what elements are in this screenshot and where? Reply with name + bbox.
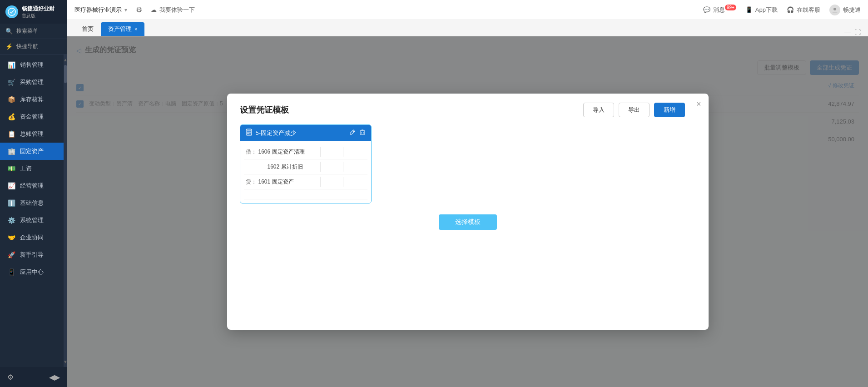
tab-minimize-icon[interactable]: — bbox=[844, 29, 851, 36]
company-settings-icon[interactable]: ⚙ bbox=[133, 4, 145, 16]
username-label: 畅捷通 bbox=[843, 6, 861, 14]
sidebar-item-label: 资金管理 bbox=[20, 113, 44, 121]
sidebar-item-label: 工资 bbox=[20, 164, 32, 173]
sidebar: 畅捷通好业财 普及版 🔍 搜索菜单 ⚡ 快捷导航 📊 销售管理 🛒 采购管理 📦… bbox=[0, 0, 67, 387]
enterprise-icon: 🤝 bbox=[7, 233, 15, 242]
import-button[interactable]: 导入 bbox=[583, 103, 614, 117]
purchase-icon: 🛒 bbox=[7, 78, 15, 86]
search-area[interactable]: 🔍 搜索菜单 bbox=[0, 24, 67, 39]
quick-nav-icon: ⚡ bbox=[5, 43, 13, 50]
sidebar-item-ledger[interactable]: 📋 总账管理 bbox=[0, 125, 64, 143]
quick-nav-label: 快捷导航 bbox=[16, 43, 38, 50]
headset-icon: 🎧 bbox=[787, 6, 794, 13]
app-edition: 普及版 bbox=[22, 13, 55, 19]
quick-nav-area[interactable]: ⚡ 快捷导航 bbox=[0, 39, 67, 55]
sidebar-item-label: 经营管理 bbox=[20, 182, 44, 190]
entry-type-3: 贷： bbox=[246, 178, 258, 186]
scroll-thumb[interactable] bbox=[64, 65, 67, 83]
notification-count: 99+ bbox=[725, 5, 736, 10]
tab-home[interactable]: 首页 bbox=[74, 22, 101, 36]
entry-credit-2 bbox=[343, 162, 366, 172]
sidebar-nav: 📊 销售管理 🛒 采购管理 📦 库存核算 💰 资金管理 📋 总账管理 🏢 bbox=[0, 55, 64, 367]
entry-debit-3 bbox=[320, 177, 343, 187]
user-avatar bbox=[829, 5, 840, 15]
sidebar-item-label: 库存核算 bbox=[20, 95, 44, 104]
tab-bar: 首页 资产管理 × — ⛶ bbox=[67, 20, 868, 36]
app-title: 畅捷通好业财 bbox=[22, 5, 55, 13]
customer-service-action[interactable]: 🎧 在线客服 bbox=[787, 6, 820, 14]
header-right: 💬 消息 99+ 📱 App下载 🎧 在线客服 畅捷通 bbox=[703, 5, 861, 15]
sidebar-item-guide[interactable]: 🚀 新手引导 bbox=[0, 246, 64, 263]
tab-close-icon[interactable]: × bbox=[134, 26, 137, 32]
settings-footer-icon[interactable]: ⚙ bbox=[7, 373, 14, 382]
system-icon: ⚙️ bbox=[7, 216, 15, 224]
modal-overlay: × 设置凭证模板 导入 导出 新增 bbox=[67, 36, 868, 387]
modal-close-btn[interactable]: × bbox=[696, 100, 701, 108]
sidebar-item-operations[interactable]: 📈 经营管理 bbox=[0, 177, 64, 194]
select-template-button[interactable]: 选择模板 bbox=[439, 214, 497, 230]
sidebar-item-finance[interactable]: 💰 资金管理 bbox=[0, 108, 64, 125]
svg-point-1 bbox=[833, 8, 836, 10]
template-card-body: 借： 1606 固定资产清理 1602 累计折旧 bbox=[240, 141, 371, 203]
app-download-action[interactable]: 📱 App下载 bbox=[745, 6, 778, 14]
app-download-label: App下载 bbox=[755, 6, 778, 14]
sidebar-item-fixed-assets[interactable]: 🏢 固定资产 bbox=[0, 143, 64, 160]
sidebar-item-label: 采购管理 bbox=[20, 78, 44, 86]
page-content: ◁ 生成的凭证预览 批量调整模板 全部生成凭证 ✓ ✓ bbox=[67, 36, 868, 387]
sidebar-item-label: 基础信息 bbox=[20, 199, 44, 207]
template-edit-icon[interactable] bbox=[349, 129, 356, 137]
sidebar-item-basics[interactable]: ℹ️ 基础信息 bbox=[0, 194, 64, 212]
sidebar-scrollbar[interactable]: ▲ ▼ bbox=[64, 55, 67, 367]
new-button[interactable]: 新增 bbox=[654, 103, 685, 117]
sidebar-item-label: 应用中心 bbox=[20, 268, 44, 276]
scroll-down-arrow[interactable]: ▼ bbox=[62, 358, 67, 365]
template-entry-2: 1602 累计折旧 bbox=[244, 159, 367, 174]
sidebar-item-apps[interactable]: 📱 应用中心 bbox=[0, 263, 64, 281]
sidebar-item-label: 总账管理 bbox=[20, 130, 44, 138]
sidebar-item-sales[interactable]: 📊 销售管理 bbox=[0, 56, 64, 74]
template-card-5: 5-固定资产减少 bbox=[240, 124, 372, 203]
tab-asset-management[interactable]: 资产管理 × bbox=[101, 22, 144, 36]
entry-account-1: 1606 固定资产清理 bbox=[258, 148, 320, 156]
collapse-icon[interactable]: ◀▶ bbox=[49, 373, 60, 382]
template-grid: 5-固定资产减少 bbox=[240, 124, 696, 203]
operations-icon: 📈 bbox=[7, 182, 15, 190]
sidebar-item-inventory[interactable]: 📦 库存核算 bbox=[0, 91, 64, 108]
company-selector[interactable]: 医疗器械行业演示 ▾ bbox=[74, 6, 127, 14]
experience-label: 我要体验一下 bbox=[159, 6, 195, 14]
basics-icon: ℹ️ bbox=[7, 199, 15, 207]
svg-line-6 bbox=[352, 131, 354, 132]
top-header: 医疗器械行业演示 ▾ ⚙ ☁ 我要体验一下 💬 消息 99+ 📱 App下载 🎧… bbox=[67, 0, 868, 20]
template-empty-row bbox=[244, 189, 367, 199]
logo-text-area: 畅捷通好业财 普及版 bbox=[22, 5, 55, 19]
user-action[interactable]: 畅捷通 bbox=[829, 5, 861, 15]
logo-icon bbox=[5, 5, 18, 18]
inventory-icon: 📦 bbox=[7, 95, 15, 104]
entry-account-2: 1602 累计折旧 bbox=[258, 163, 320, 171]
sidebar-item-purchase[interactable]: 🛒 采购管理 bbox=[0, 74, 64, 91]
sidebar-item-system[interactable]: ⚙️ 系统管理 bbox=[0, 212, 64, 229]
sidebar-header: 畅捷通好业财 普及版 bbox=[0, 0, 67, 24]
sidebar-item-label: 新手引导 bbox=[20, 251, 44, 259]
company-name: 医疗器械行业演示 bbox=[74, 6, 122, 14]
tab-maximize-icon[interactable]: ⛶ bbox=[854, 29, 861, 36]
template-delete-icon[interactable] bbox=[359, 129, 366, 137]
notification-label: 消息 bbox=[713, 6, 725, 14]
sidebar-item-label: 销售管理 bbox=[20, 61, 44, 69]
notification-icon: 💬 bbox=[703, 6, 710, 13]
scroll-up-arrow[interactable]: ▲ bbox=[62, 56, 67, 63]
entry-credit-3 bbox=[343, 177, 366, 187]
select-template-area: 选择模板 bbox=[240, 214, 696, 230]
phone-icon: 📱 bbox=[745, 6, 753, 13]
experience-button[interactable]: ☁ 我要体验一下 bbox=[151, 6, 195, 14]
sidebar-item-payroll[interactable]: 💵 工资 bbox=[0, 160, 64, 177]
apps-icon: 📱 bbox=[7, 268, 15, 276]
tab-window-controls: — ⛶ bbox=[844, 29, 861, 36]
sidebar-footer: ⚙ ◀▶ bbox=[0, 367, 67, 387]
notification-action[interactable]: 💬 消息 99+ bbox=[703, 6, 736, 14]
home-tab-label: 首页 bbox=[82, 25, 94, 33]
export-button[interactable]: 导出 bbox=[619, 103, 650, 117]
sidebar-item-enterprise[interactable]: 🤝 企业协同 bbox=[0, 229, 64, 246]
sales-icon: 📊 bbox=[7, 61, 15, 69]
svg-rect-7 bbox=[360, 131, 365, 134]
